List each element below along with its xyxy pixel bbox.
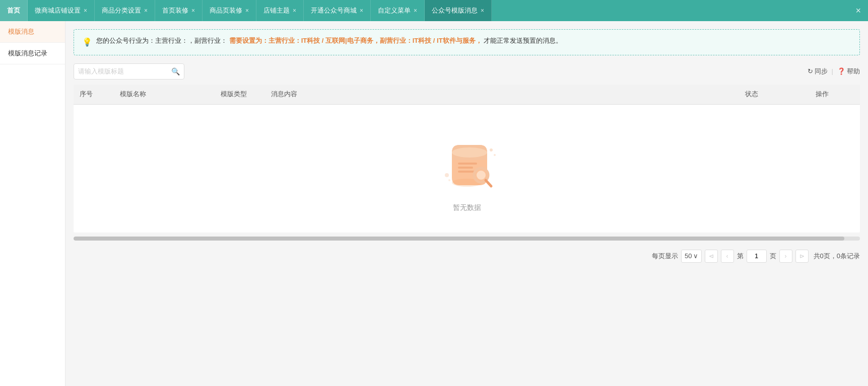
empty-illustration	[437, 135, 497, 195]
sidebar: 模版消息 模版消息记录	[0, 21, 65, 386]
open-mall-label: 开通公众号商城	[311, 6, 357, 15]
svg-point-11	[448, 179, 450, 181]
page-size-label: 每页显示	[652, 252, 678, 261]
sidebar-item-template-msg-label: 模版消息	[8, 28, 34, 35]
shop-theme-label: 店铺主题	[263, 6, 290, 15]
th-type: 模版类型	[215, 90, 265, 99]
page-prev-button[interactable]: ‹	[721, 250, 734, 263]
toolbar-right: ↻ 同步 | ❓ 帮助	[808, 67, 860, 76]
th-seq: 序号	[74, 90, 114, 99]
svg-point-9	[494, 154, 496, 156]
page-first-button[interactable]: ⊲	[705, 250, 718, 263]
nav-tab-shop-theme[interactable]: 店铺主题 ×	[256, 0, 304, 21]
category-setting-label: 商品分类设置	[102, 6, 141, 15]
th-content: 消息内容	[265, 90, 739, 99]
horizontal-scrollbar[interactable]	[74, 237, 860, 241]
close-home-decor[interactable]: ×	[191, 8, 195, 14]
page-number-input[interactable]	[747, 250, 767, 263]
sidebar-item-template-msg-log[interactable]: 模版消息记录	[0, 43, 65, 64]
toolbar-divider: |	[832, 67, 833, 75]
notice-box: 💡 您的公众号行业为：主营行业：，副营行业： 需要设置为：主营行业：IT科技 /…	[74, 29, 860, 55]
svg-rect-4	[458, 171, 475, 173]
page-size-chevron: ∨	[693, 252, 698, 260]
sync-button[interactable]: ↻ 同步	[808, 67, 828, 76]
notice-icon: 💡	[82, 36, 92, 49]
close-category-setting[interactable]: ×	[144, 8, 148, 14]
main-layout: 模版消息 模版消息记录 💡 您的公众号行业为：主营行业：，副营行业： 需要设置为…	[0, 21, 868, 386]
svg-point-1	[452, 147, 487, 158]
home-decor-label: 首页装修	[162, 6, 188, 15]
close-template-msg[interactable]: ×	[481, 8, 484, 14]
custom-menu-label: 自定义菜单	[378, 6, 411, 15]
top-nav: 首页 微商城店铺设置 × 商品分类设置 × 首页装修 × 商品页装修 × 店铺主…	[0, 0, 868, 21]
shop-setting-label: 微商城店铺设置	[35, 6, 81, 15]
page-prefix: 第	[737, 252, 744, 261]
close-custom-menu[interactable]: ×	[414, 8, 417, 14]
help-label: 帮助	[847, 67, 860, 76]
help-button[interactable]: ❓ 帮助	[837, 67, 860, 76]
scrollbar-thumb[interactable]	[74, 237, 844, 241]
template-msg-label: 公众号模版消息	[432, 6, 478, 15]
sidebar-item-template-msg-log-label: 模版消息记录	[8, 49, 47, 57]
page-unit: 页	[770, 252, 776, 261]
notice-text: 您的公众号行业为：主营行业：，副营行业： 需要设置为：主营行业：IT科技 / 互…	[96, 36, 851, 46]
nav-tab-product-decor[interactable]: 商品页装修 ×	[203, 0, 256, 21]
svg-point-6	[477, 171, 486, 180]
pagination: 每页显示 50 ∨ ⊲ ‹ 第 页 › ⊳ 共0页，0条记录	[74, 245, 860, 265]
nav-tab-home-decor[interactable]: 首页装修 ×	[155, 0, 203, 21]
nav-tab-shop-setting[interactable]: 微商城店铺设置 ×	[28, 0, 95, 21]
svg-rect-2	[458, 163, 477, 165]
search-icon[interactable]: 🔍	[171, 67, 180, 75]
page-total: 共0页，0条记录	[814, 252, 860, 261]
nav-tab-category-setting[interactable]: 商品分类设置 ×	[95, 0, 155, 21]
notice-prefix: 您的公众号行业为：主营行业：，副营行业：	[96, 37, 227, 44]
sidebar-item-template-msg[interactable]: 模版消息	[0, 21, 65, 43]
search-input[interactable]	[78, 67, 171, 75]
close-open-mall[interactable]: ×	[360, 8, 363, 14]
table-header: 序号 模版名称 模版类型 消息内容 状态 操作	[74, 85, 860, 105]
th-status: 状态	[739, 90, 810, 99]
nav-tab-custom-menu[interactable]: 自定义菜单 ×	[371, 0, 425, 21]
notice-suffix: 才能正常发送预置的消息。	[484, 37, 562, 44]
sync-icon: ↻	[808, 67, 813, 75]
sync-label: 同步	[815, 67, 828, 76]
svg-point-8	[490, 148, 493, 151]
home-tab-label: 首页	[7, 6, 20, 15]
search-input-wrap[interactable]: 🔍	[74, 63, 184, 80]
page-next-button[interactable]: ›	[779, 250, 792, 263]
th-action: 操作	[810, 90, 860, 99]
nav-tab-open-mall[interactable]: 开通公众号商城 ×	[304, 0, 371, 21]
page-size-select[interactable]: 50 ∨	[681, 250, 701, 263]
nav-tab-home[interactable]: 首页	[0, 0, 28, 21]
product-decor-label: 商品页装修	[210, 6, 242, 15]
empty-state: 暂无数据	[74, 105, 860, 233]
close-shop-setting[interactable]: ×	[84, 8, 87, 14]
help-icon: ❓	[837, 67, 845, 75]
close-shop-theme[interactable]: ×	[293, 8, 296, 14]
content-area: 💡 您的公众号行业为：主营行业：，副营行业： 需要设置为：主营行业：IT科技 /…	[65, 21, 868, 386]
svg-line-7	[486, 180, 491, 186]
notice-highlight: 需要设置为：主营行业：IT科技 / 互联网|电子商务，副营行业：IT科技 / I…	[229, 37, 482, 44]
page-last-button[interactable]: ⊳	[795, 250, 809, 263]
close-product-decor[interactable]: ×	[245, 8, 249, 14]
data-table: 序号 模版名称 模版类型 消息内容 状态 操作	[74, 85, 860, 233]
th-name: 模版名称	[114, 90, 215, 99]
nav-tab-template-msg[interactable]: 公众号模版消息 ×	[425, 0, 492, 21]
search-bar: 🔍 ↻ 同步 | ❓ 帮助	[74, 63, 860, 80]
empty-text: 暂无数据	[453, 203, 481, 212]
svg-rect-3	[458, 167, 473, 169]
close-all-button[interactable]: ×	[848, 6, 868, 16]
svg-point-10	[445, 173, 449, 177]
page-size-value: 50	[685, 252, 692, 260]
